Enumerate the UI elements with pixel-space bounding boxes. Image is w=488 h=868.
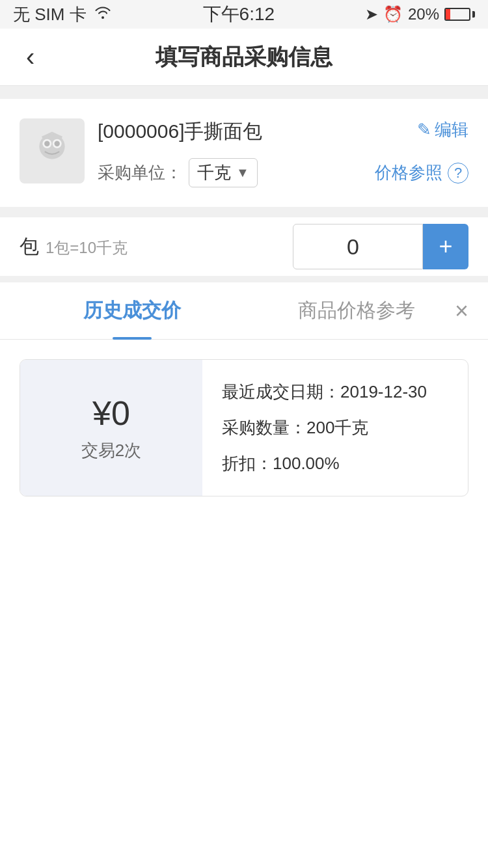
quantity-row: 包 1包=10千克 0 + <box>0 217 488 276</box>
history-price-panel: ¥0 交易2次 <box>20 360 202 496</box>
tab-history-label: 历史成交价 <box>83 297 181 324</box>
status-bar: 无 SIM 卡 下午6:12 ➤ ⏰ 20% <box>0 0 488 29</box>
price-reference-button[interactable]: 价格参照 ? <box>375 161 468 184</box>
edit-label: 编辑 <box>435 118 468 141</box>
product-unit-row: 采购单位： 千克 ▼ 价格参照 ? <box>98 158 468 187</box>
page-rest <box>0 516 488 868</box>
quantity-left: 包 1包=10千克 <box>20 234 128 260</box>
history-card: ¥0 交易2次 最近成交日期：2019-12-30 采购数量：200千克 折扣：… <box>20 359 468 496</box>
section-divider <box>0 207 488 217</box>
quantity-unit-hint: 1包=10千克 <box>46 237 128 258</box>
discount-label: 折扣： <box>222 454 273 473</box>
alarm-icon: ⏰ <box>383 5 403 23</box>
qty-value: 200千克 <box>306 418 368 437</box>
discount-value: 100.00% <box>273 454 340 473</box>
chevron-down-icon: ▼ <box>236 165 249 180</box>
product-name: [0000006]手撕面包 <box>98 118 262 145</box>
date-value: 2019-12-30 <box>340 382 427 401</box>
edit-icon: ✎ <box>417 120 431 140</box>
history-date-row: 最近成交日期：2019-12-30 <box>222 379 448 405</box>
help-icon: ? <box>448 163 468 183</box>
battery-percent: 20% <box>408 5 439 23</box>
history-price-value: ¥0 <box>92 394 130 433</box>
status-left: 无 SIM 卡 <box>13 3 113 26</box>
unit-select[interactable]: 千克 ▼ <box>189 158 258 187</box>
svg-point-4 <box>55 141 60 146</box>
tab-product-price[interactable]: 商品价格参考 <box>244 282 468 340</box>
edit-button[interactable]: ✎ 编辑 <box>417 118 468 141</box>
history-trades-count: 交易2次 <box>81 439 141 462</box>
qty-label: 采购数量： <box>222 418 306 437</box>
product-info: [0000006]手撕面包 ✎ 编辑 采购单位： 千克 ▼ 价格参照 ? <box>98 118 468 187</box>
plus-icon: + <box>439 233 452 260</box>
status-right: ➤ ⏰ 20% <box>365 5 475 23</box>
history-qty-row: 采购数量：200千克 <box>222 415 448 441</box>
product-card: [0000006]手撕面包 ✎ 编辑 采购单位： 千克 ▼ 价格参照 ? <box>0 99 488 207</box>
quantity-input[interactable]: 0 <box>293 224 423 269</box>
quantity-plus-button[interactable]: + <box>423 224 468 269</box>
carrier-text: 无 SIM 卡 <box>13 3 87 26</box>
back-button[interactable]: ‹ <box>20 36 41 78</box>
date-label: 最近成交日期： <box>222 382 340 401</box>
history-discount-row: 折扣：100.00% <box>222 451 448 476</box>
price-ref-label: 价格参照 <box>375 161 442 184</box>
page-title: 填写商品采购信息 <box>156 42 332 72</box>
history-details-panel: 最近成交日期：2019-12-30 采购数量：200千克 折扣：100.00% <box>202 360 468 496</box>
quantity-input-area: 0 + <box>293 224 468 269</box>
wifi-icon <box>93 5 113 25</box>
tab-history-price[interactable]: 历史成交价 <box>20 282 244 340</box>
bottom-sheet: 历史成交价 商品价格参考 × ¥0 交易2次 最近成交日期：2019-12-30… <box>0 282 488 516</box>
tabs-container: 历史成交价 商品价格参考 × <box>0 282 488 340</box>
history-content: ¥0 交易2次 最近成交日期：2019-12-30 采购数量：200千克 折扣：… <box>0 340 488 516</box>
tab-product-label: 商品价格参考 <box>298 297 415 324</box>
location-icon: ➤ <box>365 5 378 23</box>
battery-icon <box>444 8 475 21</box>
product-image <box>20 118 85 183</box>
quantity-unit-name: 包 <box>20 234 39 260</box>
unit-label: 采购单位： <box>98 161 182 184</box>
tab-active-indicator <box>113 337 152 340</box>
product-header: [0000006]手撕面包 ✎ 编辑 <box>98 118 468 145</box>
nav-bar: ‹ 填写商品采购信息 <box>0 29 488 86</box>
close-button[interactable]: × <box>448 291 475 331</box>
svg-point-3 <box>44 141 49 146</box>
unit-value: 千克 <box>197 161 231 184</box>
status-time: 下午6:12 <box>203 2 275 27</box>
